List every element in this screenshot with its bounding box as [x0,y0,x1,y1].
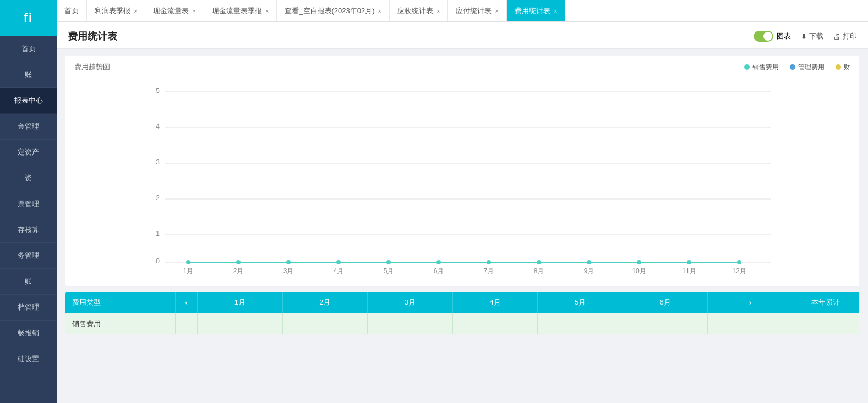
tab-payable-close[interactable]: × [495,8,498,14]
table-header: 费用类型 ‹ 1月 2月 3月 4月 5月 6月 › 本年累计 [65,292,859,313]
content-area: 费用统计表 图表 ⬇ 下载 🖨 打印 费用趋势图 [57,22,868,403]
tab-profit-quarterly-close[interactable]: × [134,8,137,14]
th-month-3: 3月 [368,292,453,313]
chart-header: 费用趋势图 销售费用 管理费用 财 [74,62,850,72]
chart-point-2 [236,260,241,264]
td-m4 [453,313,538,334]
tab-expense-stats-label: 费用统计表 [515,6,550,16]
td-m3 [368,313,453,334]
th-prev[interactable]: ‹ [176,292,198,313]
th-month-5: 5月 [538,292,623,313]
tab-payable[interactable]: 应付统计表 × [448,0,506,22]
sidebar-item-services[interactable]: 务管理 [0,243,57,269]
svg-text:11月: 11月 [682,267,696,275]
th-month-2: 2月 [283,292,368,313]
chart-point-3 [286,260,291,264]
tab-cashflow-quarterly-close[interactable]: × [265,8,269,14]
svg-text:4: 4 [156,123,160,130]
sidebar-item-account[interactable]: 账 [0,62,57,88]
chart-point-6 [436,260,441,264]
sidebar-item-fixed-assets[interactable]: 定资产 [0,140,57,165]
print-button[interactable]: 🖨 打印 [833,31,857,41]
tab-receivable-label: 应收统计表 [397,6,433,16]
tab-cashflow-quarterly-label: 现金流量表季报 [212,6,262,16]
tab-receivable-close[interactable]: × [436,8,440,14]
tab-home[interactable]: 首页 [57,0,87,22]
table-row: 销售费用 [65,313,859,334]
legend-finance-label: 财 [844,63,850,72]
legend-sales-dot [744,64,750,70]
td-m6 [623,313,708,334]
chart-point-5 [386,260,391,264]
tab-cashflow[interactable]: 现金流量表 × [145,0,204,22]
app-logo: fi [0,0,57,36]
chart-point-7 [487,260,491,264]
svg-text:9月: 9月 [584,267,594,275]
print-label: 打印 [843,31,857,41]
sidebar-item-expense[interactable]: 畅报销 [0,321,57,346]
header-actions: 图表 ⬇ 下载 🖨 打印 [754,31,857,42]
print-icon: 🖨 [833,32,840,41]
download-button[interactable]: ⬇ 下载 [801,31,823,41]
svg-text:12月: 12月 [732,267,746,275]
sidebar-item-home[interactable]: 首页 [0,36,57,62]
tab-cashflow-close[interactable]: × [192,8,195,14]
main-area: 首页 利润表季报 × 现金流量表 × 现金流量表季报 × 查看_空白报表(202… [57,0,868,403]
th-type: 费用类型 [65,292,176,313]
legend-admin-dot [790,64,795,70]
svg-text:5: 5 [156,87,160,95]
tab-expense-stats[interactable]: 费用统计表 × [507,0,565,22]
th-next[interactable]: › [708,292,793,313]
chart-point-11 [687,260,691,264]
tab-profit-quarterly-label: 利润表季报 [95,6,130,16]
tab-profit-quarterly[interactable]: 利润表季报 × [87,0,145,22]
svg-text:3月: 3月 [283,267,294,275]
tab-home-label: 首页 [64,6,79,16]
legend-finance: 财 [836,63,850,72]
chart-container: 5 4 3 2 1 0 [74,76,850,280]
chart-section: 费用趋势图 销售费用 管理费用 财 [65,56,859,286]
sidebar-item-reports[interactable]: 报表中心 [0,88,57,114]
svg-text:2月: 2月 [233,267,244,275]
page-header: 费用统计表 图表 ⬇ 下载 🖨 打印 [57,22,868,49]
page-title: 费用统计表 [68,30,117,43]
sidebar-item-tickets[interactable]: 票管理 [0,191,57,217]
sidebar-item-resources[interactable]: 资 [0,165,57,191]
th-month-6: 6月 [623,292,708,313]
svg-text:3: 3 [156,158,160,166]
sidebar-item-ledger[interactable]: 账 [0,269,57,295]
sidebar-item-inventory[interactable]: 存核算 [0,217,57,243]
td-m5 [538,313,623,334]
svg-text:10月: 10月 [632,267,646,275]
td-yearly [793,313,859,334]
chart-point-12 [737,260,741,264]
tab-receivable[interactable]: 应收统计表 × [390,0,448,22]
download-label: 下载 [809,31,823,41]
chart-point-10 [637,260,641,264]
sidebar-item-cash-mgmt[interactable]: 金管理 [0,114,57,140]
chart-point-1 [186,260,190,264]
legend-admin: 管理费用 [790,63,825,72]
svg-text:1月: 1月 [183,267,194,275]
legend-admin-label: 管理费用 [798,63,825,72]
tab-blank-report-close[interactable]: × [378,8,381,14]
sidebar-item-settings[interactable]: 础设置 [0,346,57,372]
td-m1 [198,313,283,334]
svg-text:4月: 4月 [334,267,344,275]
svg-text:1: 1 [156,230,160,238]
chart-toggle[interactable] [754,31,773,42]
td-type: 销售费用 [65,313,176,334]
tab-payable-label: 应付统计表 [456,6,492,16]
chart-point-4 [336,260,341,264]
trend-chart: 5 4 3 2 1 0 [74,76,850,280]
chart-legend: 销售费用 管理费用 财 [744,63,850,72]
th-month-4: 4月 [453,292,538,313]
sidebar-item-archives[interactable]: 档管理 [0,295,57,321]
tab-cashflow-quarterly[interactable]: 现金流量表季报 × [204,0,277,22]
chart-point-9 [587,260,591,264]
legend-sales: 销售费用 [744,63,779,72]
svg-text:0: 0 [156,257,160,265]
tab-blank-report[interactable]: 查看_空白报表(2023年02月) × [277,0,390,22]
chart-toggle-label: 图表 [777,31,791,41]
tab-expense-stats-close[interactable]: × [554,8,557,14]
